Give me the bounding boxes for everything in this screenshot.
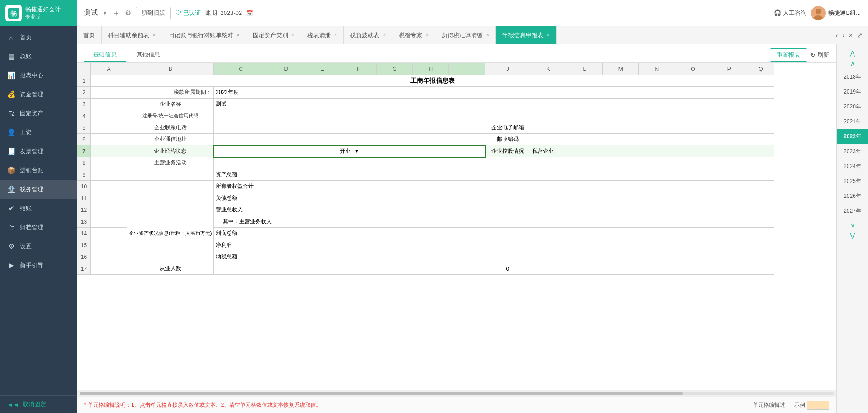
cell-11A[interactable] [91,192,127,204]
tab-close-annual-report[interactable]: × [547,33,550,38]
cell-11B[interactable] [127,192,214,204]
col-header-I[interactable]: I [449,63,485,75]
sidebar-item-invoice[interactable]: 🧾 发票管理 [0,142,77,161]
col-header-B[interactable]: B [127,63,214,75]
cell-2A[interactable] [91,87,127,99]
cell-2C[interactable]: 2022年度 [214,87,774,99]
tab-annual-report[interactable]: 年报信息申报表 × [496,26,557,44]
cell-13A[interactable] [91,216,127,228]
tab-close-tax-expert[interactable]: × [426,33,429,38]
user-menu[interactable]: 畅捷通B组... [811,6,861,20]
cell-12A[interactable] [91,204,127,216]
refresh-button[interactable]: ↻ 刷新 [811,51,829,59]
reset-button[interactable]: 重置报表 [770,48,807,62]
cell-6K[interactable] [530,134,774,145]
tab-journal-bank[interactable]: 日记账与银行对账单核对 × [162,26,246,44]
col-header-A[interactable]: A [91,63,127,75]
tab-close-journal-bank[interactable]: × [237,33,240,38]
gear-icon[interactable]: ⚙ [125,9,131,17]
cell-6A[interactable] [91,134,127,145]
sidebar-item-tax[interactable]: 🏦 税务管理 [0,180,77,199]
col-header-E[interactable]: E [304,63,340,75]
dropdown-arrow-icon[interactable]: ▼ [102,10,108,16]
col-header-M[interactable]: M [603,63,639,75]
sidebar-item-settings[interactable]: ⚙ 设置 [0,237,77,256]
year-item-2018[interactable]: 2018年 [837,70,868,84]
support-button[interactable]: 🎧 人工咨询 [774,9,807,17]
year-item-2025[interactable]: 2025年 [837,174,868,189]
cell-14C[interactable]: 利润总额 [214,228,774,239]
col-header-D[interactable]: D [268,63,304,75]
cell-16A[interactable] [91,251,127,263]
year-item-2021[interactable]: 2021年 [837,114,868,129]
year-item-2023[interactable]: 2023年 [837,144,868,159]
add-tab-button[interactable]: ＋ [112,8,120,19]
year-item-2020[interactable]: 2020年 [837,99,868,114]
cell-16C[interactable]: 纳税总额 [214,251,774,263]
col-header-O[interactable]: O [675,63,711,75]
cell-7A[interactable] [91,145,127,157]
year-scroll-up[interactable]: ∧ [849,59,856,68]
tab-fixed-assets-type[interactable]: 固定资产类别 × [246,26,301,44]
old-version-button[interactable]: 切到旧版 [136,7,171,19]
year-item-2026[interactable]: 2026年 [837,189,868,204]
tab-tax-expert[interactable]: 税检专家 × [392,26,435,44]
cell-4A[interactable] [91,110,127,122]
cell-9C[interactable]: 资产总额 [214,169,774,181]
sidebar-item-salary[interactable]: 👤 工资 [0,123,77,142]
cell-17J[interactable]: 0 [485,263,530,275]
year-item-2027[interactable]: 2027年 [837,204,868,219]
tab-close-tax-table[interactable]: × [335,33,337,38]
cell-14A[interactable] [91,228,127,239]
tab-tax-table[interactable]: 税表清册 × [301,26,344,44]
col-header-G[interactable]: G [377,63,413,75]
cell-8A[interactable] [91,157,127,169]
tab-expand-button[interactable]: ⤢ [855,31,864,40]
col-header-K[interactable]: K [530,63,566,75]
cell-15C[interactable]: 净利润 [214,239,774,251]
cell-15A[interactable] [91,239,127,251]
sidebar-item-home[interactable]: ⌂ 首页 [0,28,77,47]
year-item-2022[interactable]: 2022年 [837,129,868,144]
year-item-2024[interactable]: 2024年 [837,159,868,174]
tab-home[interactable]: 首页 [77,26,102,44]
cell-6C[interactable] [214,134,485,145]
sidebar-item-guide[interactable]: ▶ 新手引导 [0,256,77,275]
cell-17A[interactable] [91,263,127,275]
tab-prev-button[interactable]: ‹ [834,31,840,40]
cell-11C[interactable]: 负债总额 [214,192,774,204]
col-header-L[interactable]: L [566,63,603,75]
cell-3C[interactable]: 测试 [214,99,774,110]
horizontal-scrollbar[interactable] [77,390,836,397]
tab-aux-balance[interactable]: 科目辅助余额表 × [102,26,162,44]
sidebar-item-capital[interactable]: 💰 资金管理 [0,85,77,104]
col-header-N[interactable]: N [639,63,675,75]
cell-17K[interactable] [530,263,774,275]
cell-5K[interactable] [530,122,774,134]
col-header-J[interactable]: J [485,63,530,75]
tab-next-button[interactable]: › [840,31,846,40]
col-header-P[interactable]: P [711,63,747,75]
col-header-F[interactable]: F [340,63,377,75]
col-header-H[interactable]: H [413,63,449,75]
cell-7C-dropdown[interactable]: 开业 ▼ [214,145,485,157]
sheet-scroll-area[interactable]: A B C D E F G H I J K L [77,63,836,390]
subtab-basic[interactable]: 基础信息 [84,48,126,62]
sidebar-item-purchase-sale[interactable]: 📦 进销台账 [0,161,77,180]
col-header-Q[interactable]: Q [747,63,774,75]
year-scroll-up-double[interactable]: ⋀ [848,48,857,59]
cell-10C[interactable]: 所有者权益合计 [214,181,774,192]
tab-close-tax-calc[interactable]: × [486,33,489,38]
tab-close-fixed-assets-type[interactable]: × [292,33,294,38]
sidebar-item-fixed-assets[interactable]: 🏗 固定资产 [0,104,77,123]
cell-3A[interactable] [91,99,127,110]
cell-8C[interactable] [214,157,774,169]
cell-9A[interactable] [91,169,127,181]
cell-4C[interactable] [214,110,774,122]
subtab-other[interactable]: 其他信息 [127,48,169,62]
cell-5A[interactable] [91,122,127,134]
year-scroll-down[interactable]: ∨ [849,221,856,230]
calendar-icon[interactable]: 📅 [246,10,253,16]
cell-10A[interactable] [91,181,127,192]
sidebar-item-reports[interactable]: 📊 报表中心 [0,66,77,85]
